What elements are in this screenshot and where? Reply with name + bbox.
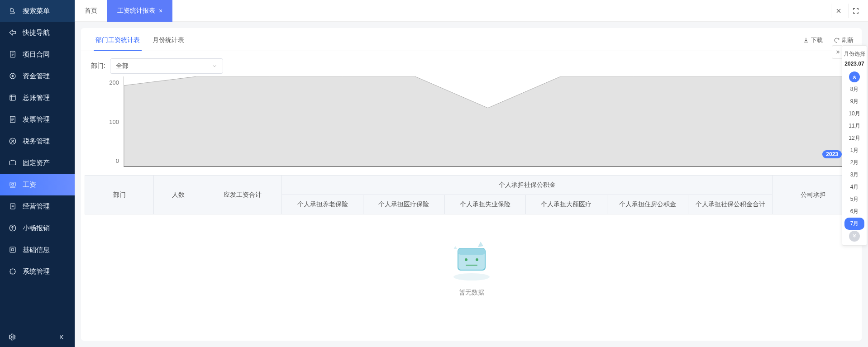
- sidebar-item-expense[interactable]: 小畅报销: [0, 217, 75, 239]
- month-item-5月[interactable]: 5月: [844, 193, 864, 205]
- sidebar-item-business[interactable]: 经营管理: [0, 195, 75, 217]
- content-card: 部门工资统计表月份统计表 下载 刷新 部门: 全部: [81, 28, 862, 341]
- sidebar-item-label: 固定资产: [23, 159, 50, 167]
- sidebar-item-salary[interactable]: 工资: [0, 174, 75, 195]
- download-button[interactable]: 下载: [803, 36, 823, 44]
- svg-rect-11: [10, 247, 15, 252]
- th-sub-1: 个人承担医疗保险: [363, 195, 444, 214]
- tab-close-all-button[interactable]: [831, 4, 845, 18]
- month-item-12月[interactable]: 12月: [844, 132, 864, 144]
- search-list-icon: [8, 6, 17, 15]
- fund-icon: [8, 71, 17, 81]
- collapse-sidebar-icon[interactable]: [58, 333, 67, 342]
- month-item-3月[interactable]: 3月: [844, 169, 864, 181]
- month-panel-title: 月份选择: [844, 48, 865, 60]
- month-item-2月[interactable]: 2月: [844, 157, 864, 169]
- sidebar-item-tax[interactable]: 税务管理: [0, 130, 75, 152]
- sidebar-item-system[interactable]: 系统管理: [0, 261, 75, 282]
- department-select[interactable]: 全部: [110, 58, 223, 74]
- sidebar-item-label: 搜索菜单: [23, 7, 50, 15]
- th-fixed-2: 应发工资合计: [203, 176, 282, 214]
- sidebar-item-invoice[interactable]: 发票管理: [0, 109, 75, 130]
- sidebar-item-base[interactable]: 基础信息: [0, 239, 75, 261]
- svg-rect-3: [10, 95, 15, 100]
- svg-rect-6: [10, 161, 16, 165]
- month-panel-collapse[interactable]: [832, 45, 842, 59]
- y-tick: 200: [109, 79, 119, 86]
- ledger-icon: [8, 93, 17, 102]
- business-icon: [8, 202, 17, 211]
- sidebar-item-label: 总账管理: [23, 94, 50, 102]
- salary-icon: [8, 180, 17, 189]
- month-item-11月[interactable]: 11月: [844, 120, 864, 132]
- month-item-9月[interactable]: 9月: [844, 95, 864, 108]
- th-sub-4: 个人承担住房公积金: [607, 195, 688, 214]
- sidebar-item-nav[interactable]: 快捷导航: [0, 22, 75, 43]
- th-sub-2: 个人承担失业保险: [444, 195, 526, 214]
- chevron-down-icon: [212, 63, 217, 69]
- sidebar-item-ledger[interactable]: 总账管理: [0, 87, 75, 109]
- department-select-value: 全部: [116, 62, 129, 70]
- month-item-4月[interactable]: 4月: [844, 181, 864, 193]
- tax-icon: [8, 137, 17, 146]
- sidebar-footer: [0, 328, 75, 347]
- month-panel-prev[interactable]: [849, 71, 860, 82]
- sidebar: 搜索菜单快捷导航项目合同资金管理总账管理发票管理税务管理固定资产工资经营管理小畅…: [0, 0, 75, 347]
- fullscreen-button[interactable]: [848, 4, 863, 18]
- main: 首页工资统计报表× 部门工资统计表月份统计表 下载: [75, 0, 868, 347]
- sidebar-item-search-list[interactable]: 搜索菜单: [0, 0, 75, 22]
- subtab-0[interactable]: 部门工资统计表: [89, 28, 146, 51]
- filter-row: 部门: 全部: [81, 51, 862, 76]
- empty-illustration-icon: [444, 233, 499, 282]
- tab-0[interactable]: 首页: [75, 0, 107, 22]
- base-icon: [8, 245, 17, 254]
- svg-rect-16: [458, 248, 485, 255]
- tab-close-icon[interactable]: ×: [159, 8, 162, 14]
- month-item-6月[interactable]: 6月: [844, 205, 864, 218]
- department-filter-label: 部门:: [91, 62, 105, 70]
- gear-icon[interactable]: [8, 333, 16, 342]
- svg-point-14: [453, 273, 490, 280]
- chart-plot: [124, 76, 852, 167]
- salary-table: 部门人数应发工资合计个人承担社保公积金公司承担个人承担养老保险个人承担医疗保险个…: [85, 175, 854, 214]
- table-wrap[interactable]: 部门人数应发工资合计个人承担社保公积金公司承担个人承担养老保险个人承担医疗保险个…: [81, 167, 862, 310]
- system-icon: [8, 267, 17, 276]
- month-item-7月[interactable]: 7月: [844, 218, 864, 230]
- svg-point-0: [10, 9, 14, 12]
- tabbar: 首页工资统计报表×: [75, 0, 868, 22]
- month-panel: 月份选择 2023.07 8月9月10月11月12月1月2月3月4月5月6月7月: [842, 45, 867, 246]
- sidebar-item-asset[interactable]: 固定资产: [0, 152, 75, 174]
- y-tick: 100: [109, 119, 119, 125]
- subtab-1[interactable]: 月份统计表: [146, 28, 191, 51]
- svg-point-18: [476, 258, 478, 261]
- th-sub-0: 个人承担养老保险: [282, 195, 363, 214]
- sidebar-item-label: 小畅报销: [23, 224, 50, 233]
- sidebar-item-label: 快捷导航: [23, 29, 50, 37]
- sidebar-item-label: 工资: [23, 181, 36, 189]
- empty-state: 暂无数据: [85, 214, 858, 310]
- empty-text: 暂无数据: [459, 289, 484, 297]
- th-fixed-0: 部门: [85, 176, 154, 214]
- sidebar-item-fund[interactable]: 资金管理: [0, 65, 75, 87]
- sidebar-item-label: 基础信息: [23, 246, 50, 254]
- month-item-10月[interactable]: 10月: [844, 108, 864, 120]
- contract-icon: [8, 50, 17, 59]
- refresh-button[interactable]: 刷新: [834, 36, 854, 44]
- tab-1[interactable]: 工资统计报表×: [107, 0, 172, 22]
- month-panel-selected-date: 2023.07: [844, 60, 864, 71]
- month-item-1月[interactable]: 1月: [844, 144, 864, 157]
- y-tick: 0: [116, 157, 119, 164]
- sidebar-item-contract[interactable]: 项目合同: [0, 43, 75, 65]
- sidebar-item-label: 系统管理: [23, 267, 50, 276]
- invoice-icon: [8, 115, 17, 124]
- chart-area: 2001000: [81, 76, 862, 167]
- month-item-8月[interactable]: 8月: [844, 83, 864, 95]
- svg-rect-7: [10, 182, 15, 186]
- th-sub-3: 个人承担大额医疗: [526, 195, 607, 214]
- month-panel-next[interactable]: [849, 231, 860, 242]
- tab-label: 首页: [85, 7, 97, 15]
- month-panel-year-badge: 2023: [822, 150, 842, 158]
- sidebar-item-label: 经营管理: [23, 202, 50, 211]
- subtabs: 部门工资统计表月份统计表 下载 刷新: [81, 28, 862, 51]
- refresh-label: 刷新: [842, 36, 854, 44]
